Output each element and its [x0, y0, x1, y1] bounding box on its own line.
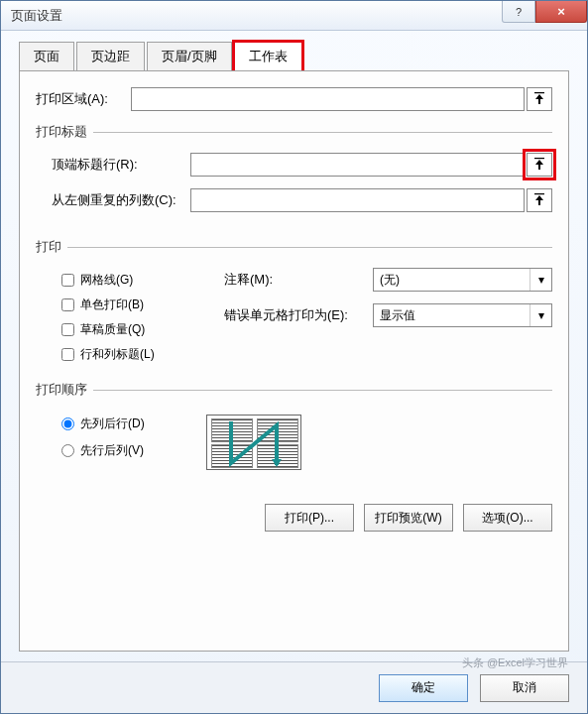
collapse-dialog-icon	[532, 158, 546, 172]
print-area-row: 打印区域(A):	[36, 87, 552, 111]
over-down-label: 先行后列(V)	[80, 442, 144, 459]
print-grid: 网格线(G) 单色打印(B) 草稿质量(Q) 行和列标题(L)	[52, 268, 552, 367]
top-rows-label: 顶端标题行(R):	[52, 156, 190, 174]
print-area-label: 打印区域(A):	[36, 90, 131, 108]
tab-margins[interactable]: 页边距	[76, 42, 145, 71]
tab-sheet[interactable]: 工作表	[234, 42, 302, 71]
print-titles-legend: 打印标题	[36, 123, 93, 141]
print-group: 打印 网格线(G) 单色打印(B) 草稿质量(Q)	[36, 238, 552, 371]
left-cols-label: 从左侧重复的列数(C):	[52, 191, 190, 209]
top-rows-row: 顶端标题行(R):	[52, 153, 552, 177]
comments-select[interactable]: (无) ▾	[373, 268, 552, 292]
ok-button[interactable]: 确定	[379, 674, 468, 702]
draft-row: 草稿质量(Q)	[61, 317, 200, 342]
dropdown-arrow-icon: ▾	[529, 269, 551, 291]
print-selects: 注释(M): (无) ▾ 错误单元格打印为(E): 显示值 ▾	[224, 268, 552, 367]
options-button[interactable]: 选项(O)...	[463, 504, 552, 532]
gridlines-checkbox[interactable]	[61, 274, 74, 287]
page-order-illustration-icon	[206, 415, 301, 470]
tab-header-footer[interactable]: 页眉/页脚	[147, 42, 232, 71]
gridlines-row: 网格线(G)	[61, 268, 200, 293]
top-rows-input[interactable]	[190, 153, 525, 177]
dialog-title: 页面设置	[11, 7, 62, 25]
sheet-panel: 打印区域(A): 打印标题 顶端标题行(R): 从左侧重复的列数(C):	[19, 70, 569, 652]
blackwhite-checkbox[interactable]	[61, 298, 74, 311]
errors-label: 错误单元格打印为(E):	[224, 306, 373, 324]
svg-rect-0	[534, 92, 544, 93]
print-titles-group: 打印标题 顶端标题行(R): 从左侧重复的列数(C):	[36, 123, 552, 228]
left-cols-row: 从左侧重复的列数(C):	[52, 188, 552, 212]
order-radios: 先列后行(D) 先行后列(V)	[52, 411, 190, 464]
errors-value: 显示值	[380, 307, 415, 324]
window-controls: ? ×	[502, 1, 587, 30]
errors-select[interactable]: 显示值 ▾	[373, 303, 552, 327]
headings-label: 行和列标题(L)	[80, 346, 155, 363]
close-button[interactable]: ×	[535, 1, 587, 23]
left-cols-input[interactable]	[190, 188, 525, 212]
tab-strip: 页面 页边距 页眉/页脚 工作表	[1, 31, 587, 70]
collapse-dialog-icon	[532, 92, 546, 106]
help-button[interactable]: ?	[502, 1, 535, 23]
order-legend: 打印顺序	[36, 381, 93, 399]
over-down-row: 先行后列(V)	[61, 437, 190, 464]
errors-row: 错误单元格打印为(E): 显示值 ▾	[224, 303, 552, 327]
down-over-label: 先列后行(D)	[80, 416, 145, 432]
sheet-bottom-buttons: 打印(P)... 打印预览(W) 选项(O)...	[36, 504, 552, 532]
headings-checkbox[interactable]	[61, 348, 74, 361]
gridlines-label: 网格线(G)	[80, 272, 133, 289]
comments-value: (无)	[380, 272, 400, 289]
print-legend: 打印	[36, 238, 67, 256]
order-group: 打印顺序 先列后行(D) 先行后列(V)	[36, 381, 552, 474]
collapse-dialog-icon	[532, 193, 546, 207]
dropdown-arrow-icon: ▾	[529, 304, 551, 326]
cancel-button[interactable]: 取消	[480, 674, 569, 702]
titlebar: 页面设置 ? ×	[1, 1, 587, 31]
left-cols-collapse-button[interactable]	[527, 188, 552, 212]
svg-rect-1	[534, 158, 544, 159]
draft-checkbox[interactable]	[61, 323, 74, 336]
print-area-collapse-button[interactable]	[527, 87, 552, 111]
print-preview-button[interactable]: 打印预览(W)	[364, 504, 453, 532]
print-checkboxes: 网格线(G) 单色打印(B) 草稿质量(Q) 行和列标题(L)	[52, 268, 200, 367]
down-over-row: 先列后行(D)	[61, 411, 190, 437]
svg-rect-2	[534, 193, 544, 194]
order-arrow-icon	[207, 416, 302, 471]
top-rows-collapse-button[interactable]	[527, 153, 552, 177]
blackwhite-row: 单色打印(B)	[61, 293, 200, 317]
headings-row: 行和列标题(L)	[61, 342, 200, 367]
blackwhite-label: 单色打印(B)	[80, 297, 144, 313]
tab-page[interactable]: 页面	[19, 42, 74, 71]
print-area-input[interactable]	[131, 87, 525, 111]
over-down-radio[interactable]	[61, 444, 74, 457]
order-section: 先列后行(D) 先行后列(V)	[52, 411, 552, 470]
comments-label: 注释(M):	[224, 271, 373, 289]
print-button[interactable]: 打印(P)...	[265, 504, 354, 532]
page-setup-dialog: 页面设置 ? × 页面 页边距 页眉/页脚 工作表 打印区域(A): 打印标题 …	[0, 0, 588, 714]
down-over-radio[interactable]	[61, 417, 74, 430]
watermark-text: 头条 @Excel学习世界	[462, 655, 568, 670]
comments-row: 注释(M): (无) ▾	[224, 268, 552, 292]
draft-label: 草稿质量(Q)	[80, 321, 145, 338]
